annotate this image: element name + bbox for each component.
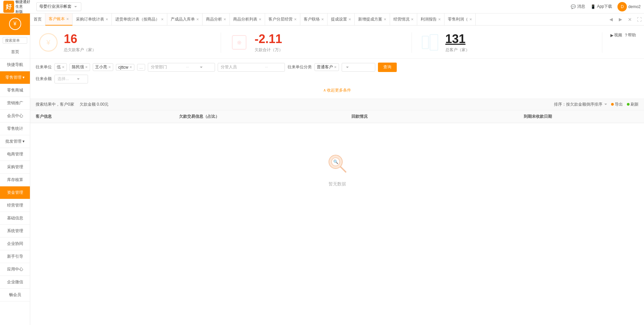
sidebar-item-member[interactable]: 会员中心 [0, 110, 30, 122]
tab-close-icon[interactable]: ✕ [321, 17, 324, 21]
person-select[interactable]: 分管人员 ··· [218, 63, 285, 72]
search-input[interactable] [3, 37, 27, 44]
filter-row-1: 往来单位 伍 ✕ 陈民强 ✕ 王小亮 ✕ [36, 63, 639, 72]
tab-close-icon[interactable]: ✕ [196, 17, 199, 21]
sidebar-item-home[interactable]: 首页 [0, 46, 30, 59]
stats-area: ¥ 16 总欠款客户（家） ❋ [30, 26, 644, 59]
tab-commission-setting[interactable]: 提成设置 ✕ [328, 13, 355, 26]
chevron-down-icon [74, 6, 77, 7]
sidebar-item-basic[interactable]: 基础信息 [0, 212, 30, 225]
person-more-icon: ··· [265, 65, 268, 69]
tab-product-in[interactable]: 产成品入库单 ✕ [167, 13, 203, 26]
collapse-area: ∧ 收起更多条件 [36, 86, 639, 95]
tab-bar-end: ◀ ▶ ✕ ⛶ [606, 13, 644, 26]
sidebar-item-vip[interactable]: 畅会员 [0, 289, 30, 301]
top-bar-right: 💬 消息 📱 App下载 D demo2 [571, 2, 641, 11]
tag-close-wu[interactable]: ✕ [62, 65, 65, 69]
sidebar-item-retailstat[interactable]: 零售统计 [0, 122, 30, 135]
account-select[interactable]: 母婴行业演示帐套 [36, 2, 81, 11]
tab-goods-in[interactable]: 进货单统计表（按商品） ✕ [112, 13, 167, 26]
tab-next-button[interactable]: ▶ [616, 13, 625, 26]
filter-row-2: 往来余额 选择... [36, 75, 639, 83]
tab-profit-report[interactable]: 利润报告 ✕ [417, 13, 444, 26]
sidebar-item-marketing[interactable]: 营销推广 [0, 97, 30, 110]
stat-label-customers: 总欠款客户（家） [64, 47, 96, 53]
tab-close-icon[interactable]: ✕ [411, 17, 414, 21]
tab-commission-new[interactable]: 新增提成方案 ✕ [355, 13, 390, 26]
message-icon: 💬 [571, 4, 576, 9]
svg-line-8 [341, 167, 346, 172]
tab-retail-profit[interactable]: 零售利润（ ✕ [444, 13, 476, 26]
tab-customer-contact[interactable]: 客户联络 ✕ [300, 13, 328, 26]
svg-text:❋: ❋ [237, 40, 242, 46]
sidebar-item-ecommerce[interactable]: 电商管理 [0, 148, 30, 161]
tag-close-cjttcw[interactable]: ✕ [129, 65, 132, 69]
sidebar-item-retailshop[interactable]: 零售商城 [0, 84, 30, 97]
stat-values-3: 131 总客户（家） [445, 32, 470, 53]
user-profile[interactable]: D demo2 [617, 2, 641, 11]
tab-close-icon[interactable]: ✕ [294, 17, 297, 21]
refresh-button[interactable]: 刷新 [627, 102, 639, 107]
tab-purchase-order[interactable]: 采购订单统计表 ✕ [73, 13, 112, 26]
tab-goods-analysis[interactable]: 商品分析 ✕ [203, 13, 230, 26]
sidebar-item-quicknav[interactable]: 快捷导航 [0, 59, 30, 71]
message-button[interactable]: 💬 消息 [571, 4, 585, 9]
export-button[interactable]: 导出 [611, 102, 623, 107]
tab-close-icon[interactable]: ✕ [469, 17, 472, 21]
tab-home[interactable]: 首页 [30, 13, 45, 26]
class-arrow-icon [346, 67, 349, 68]
tab-close-icon[interactable]: ✕ [384, 17, 386, 21]
sort-select[interactable]: 排序：按欠款金额倒序排序 [554, 102, 607, 107]
tab-goods-analysis-list[interactable]: 商品分析列表 ✕ [230, 13, 265, 26]
query-button[interactable]: 查询 [378, 63, 397, 72]
dept-select[interactable]: 分管部门 ··· [148, 63, 215, 72]
sidebar-item-inventory[interactable]: 库存核算 [0, 174, 30, 186]
tag-close-chen[interactable]: ✕ [85, 65, 88, 69]
empty-text: 暂无数据 [329, 181, 346, 187]
sidebar-item-wechat[interactable]: 企业微信 [0, 276, 30, 289]
tab-prev-button[interactable]: ◀ [606, 13, 616, 26]
class-select[interactable] [342, 63, 375, 72]
sidebar-item-appcenter[interactable]: 应用中心 [0, 263, 30, 276]
tab-close-icon[interactable]: ✕ [161, 17, 164, 21]
tag-close-class[interactable]: ✕ [334, 65, 337, 69]
tab-close-icon[interactable]: ✕ [259, 17, 261, 21]
stat-icon-customers: ¥ [38, 32, 58, 52]
dept-arrow-icon [200, 67, 203, 68]
result-bar-right: 排序：按欠款金额倒序排序 导出 刷新 [554, 102, 639, 107]
stat-label-total: 总客户（家） [445, 47, 470, 53]
sidebar-item-purchase[interactable]: 采购管理 [0, 161, 30, 174]
collapse-button[interactable]: ∧ 收起更多条件 [323, 87, 351, 93]
refresh-icon [627, 103, 630, 106]
balance-select[interactable]: 选择... [54, 75, 88, 83]
stat-card-customers: ¥ 16 总欠款客户（家） [38, 32, 221, 53]
tag-close-wang[interactable]: ✕ [108, 65, 111, 69]
filter-tag-wu: 伍 ✕ [54, 63, 67, 71]
video-button[interactable]: ▶ 视频 [610, 32, 622, 38]
tab-close-icon[interactable]: ✕ [348, 17, 351, 21]
tab-fullscreen-button[interactable]: ⛶ [635, 13, 644, 26]
tab-close-icon[interactable]: ✕ [105, 17, 108, 21]
tab-close-all-button[interactable]: ✕ [625, 13, 635, 26]
sidebar-item-retail[interactable]: 零售管理 ▾ [0, 71, 30, 84]
tab-close-icon[interactable]: ✕ [223, 17, 226, 21]
help-button[interactable]: ? 帮助 [625, 32, 636, 38]
sort-arrow-icon [604, 104, 607, 105]
sidebar-item-system[interactable]: 系统管理 [0, 225, 30, 238]
sidebar-item-enterprise[interactable]: 企业协同 [0, 238, 30, 250]
tab-close-icon[interactable]: ✕ [438, 17, 441, 21]
sidebar-item-guide[interactable]: 新手引导 [0, 250, 30, 263]
tab-customer-ledger[interactable]: 客户账本 ✕ [45, 13, 73, 26]
stat-icon-total [420, 32, 440, 52]
tab-close-icon[interactable]: ✕ [66, 17, 69, 21]
tab-operation[interactable]: 经营情况 ✕ [390, 13, 417, 26]
sidebar-item-finance[interactable]: 资金管理 [0, 186, 30, 199]
sidebar: ¥ 首页 快捷导航 零售管理 ▾ 零售商城 营销推广 会员中心 零售统计 批发管… [0, 13, 30, 325]
filter-tag-more[interactable]: ... [137, 64, 145, 71]
tab-customer-layer[interactable]: 客户分层经营 ✕ [265, 13, 300, 26]
filter-tag-chen: 陈民强 ✕ [70, 63, 90, 71]
app-download-button[interactable]: 📱 App下载 [591, 4, 612, 9]
sidebar-item-wholesale[interactable]: 批发管理 ▾ [0, 135, 30, 148]
sidebar-item-operation[interactable]: 经营管理 [0, 199, 30, 212]
stat-card-debt: ❋ -2.11 欠款合计（万） [229, 32, 412, 53]
